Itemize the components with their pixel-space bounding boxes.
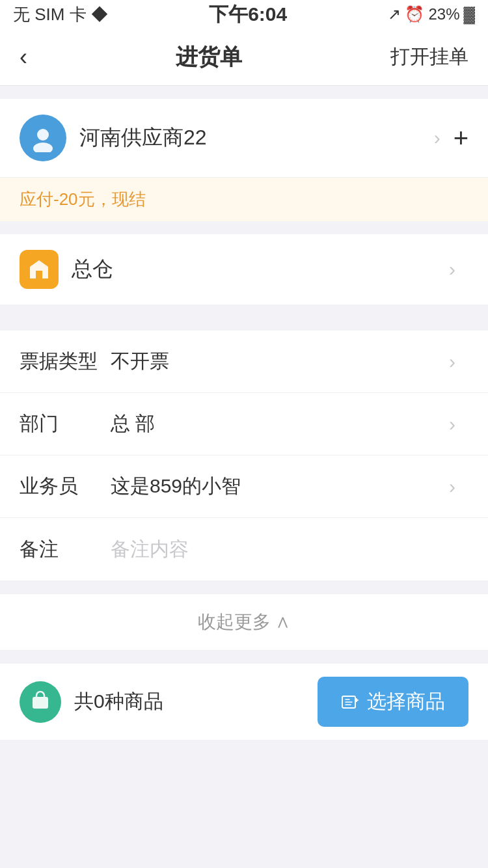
remark-input[interactable]: 备注内容: [111, 536, 468, 563]
battery-icon: ▓: [464, 5, 476, 23]
notice-text: 应付-20元，现结: [20, 189, 146, 209]
salesperson-row[interactable]: 业务员 这是859的小智 ›: [0, 455, 488, 518]
form-section: 票据类型 不开票 › 部门 总 部 › 业务员 这是859的小智 › 备注 备注…: [0, 331, 488, 580]
status-right: ↗ ⏰ 23% ▓: [388, 5, 475, 23]
back-button[interactable]: ‹: [20, 44, 27, 71]
status-bar: 无 SIM 卡 ◆ 下午6:04 ↗ ⏰ 23% ▓: [0, 0, 488, 29]
product-icon: [20, 681, 61, 723]
department-value: 总 部: [111, 411, 449, 437]
department-chevron-icon: ›: [449, 413, 455, 435]
select-product-button[interactable]: 选择商品: [318, 677, 468, 727]
remark-row[interactable]: 备注 备注内容: [0, 518, 488, 580]
invoice-type-row[interactable]: 票据类型 不开票 ›: [0, 331, 488, 393]
page-title: 进货单: [176, 42, 242, 72]
nav-bar: ‹ 进货单 打开挂单: [0, 29, 488, 86]
alarm-icon: ⏰: [405, 5, 424, 23]
supplier-name: 河南供应商22: [79, 124, 434, 152]
section-gap-1: [0, 86, 488, 99]
supplier-section: 河南供应商22 › + 应付-20元，现结: [0, 99, 488, 221]
open-pending-button[interactable]: 打开挂单: [390, 44, 468, 70]
status-left: 无 SIM 卡 ◆: [13, 3, 108, 26]
warehouse-icon: [20, 250, 59, 289]
svg-rect-2: [36, 271, 42, 278]
invoice-type-chevron-icon: ›: [449, 351, 455, 373]
supplier-row[interactable]: 河南供应商22 › +: [0, 99, 488, 178]
invoice-type-label: 票据类型: [20, 348, 111, 375]
collapse-text: 收起更多 ∧: [198, 610, 291, 634]
location-icon: ↗: [388, 5, 401, 23]
warehouse-chevron-icon: ›: [449, 258, 455, 280]
warehouse-section: 总仓 ›: [0, 234, 488, 305]
sim-status: 无 SIM 卡 ◆: [13, 3, 108, 26]
remark-label: 备注: [20, 536, 111, 563]
svg-point-1: [33, 142, 53, 152]
supplier-avatar: [20, 115, 66, 161]
battery-level: 23%: [428, 5, 459, 23]
supplier-chevron-icon: ›: [434, 127, 441, 149]
warehouse-row[interactable]: 总仓 ›: [0, 234, 488, 305]
department-label: 部门: [20, 411, 111, 437]
notice-row: 应付-20元，现结: [0, 178, 488, 221]
add-supplier-button[interactable]: +: [454, 124, 468, 153]
invoice-type-value: 不开票: [111, 348, 449, 375]
select-product-label: 选择商品: [367, 688, 445, 715]
salesperson-value: 这是859的小智: [111, 473, 449, 500]
warehouse-name: 总仓: [72, 255, 449, 284]
status-time: 下午6:04: [209, 1, 287, 28]
collapse-row[interactable]: 收起更多 ∧: [0, 593, 488, 651]
page-bottom: [0, 740, 488, 868]
department-row[interactable]: 部门 总 部 ›: [0, 393, 488, 455]
svg-point-0: [37, 129, 49, 141]
section-gap-3: [0, 305, 488, 318]
svg-rect-3: [33, 697, 48, 709]
product-count: 共0种商品: [74, 688, 318, 715]
bottom-bar: 共0种商品 选择商品: [0, 664, 488, 740]
section-gap-2: [0, 221, 488, 234]
salesperson-label: 业务员: [20, 473, 111, 500]
salesperson-chevron-icon: ›: [449, 476, 455, 498]
